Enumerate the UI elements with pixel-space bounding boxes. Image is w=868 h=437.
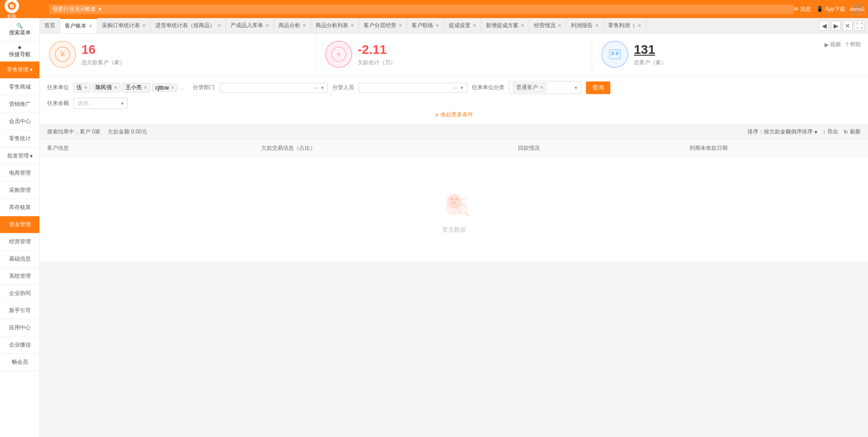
tag-chen-remove[interactable]: ✕ [114,85,117,90]
avatar[interactable]: demo2 [851,3,863,15]
tag-wang-remove[interactable]: ✕ [144,85,147,90]
person-select[interactable]: ··· ▾ [359,83,467,93]
table-header-col4: 到期未收款日期 [690,144,861,152]
tab-fullscreen-btn[interactable]: ⛶ [854,21,864,31]
tab-close-profit-report[interactable]: ✕ [595,23,599,28]
tab-goods-list[interactable]: 商品分析列表 ✕ [311,18,359,33]
tab-product-inbound[interactable]: 产成品入库单 ✕ [226,18,274,33]
sidebar: 🔍 搜索菜单 ★ 快捷导航 零售管理 ▾ 零售商城 营销推广 会员中心 零售统计 [0,18,40,437]
svg-text:✦: ✦ [336,51,341,58]
search-result-text: 搜索结果中，客户 0家 [47,128,101,136]
tab-close-customer-contact[interactable]: ✕ [436,23,439,28]
tab-new-proposal[interactable]: 新增提成方案 ✕ [481,18,529,33]
stat-number-customers: 16 [82,43,125,57]
tag-wu: 伍 ✕ [73,83,91,92]
tab-profit-report[interactable]: 利润报告 ✕ [566,18,604,33]
tag-wu-remove[interactable]: ✕ [84,85,87,90]
sidebar-item-basic-info[interactable]: 基础信息 [0,251,39,268]
svg-point-13 [452,201,456,204]
tab-close-proposal-settings[interactable]: ✕ [473,23,476,28]
tab-close-goods-analysis[interactable]: ✕ [302,23,306,28]
tab-close-purchase-order[interactable]: ✕ [142,23,146,28]
tab-close-retail-profit[interactable]: ✕ [638,23,641,28]
tab-customer-contact[interactable]: 客户联络 ✕ [407,18,444,33]
stat-card-customers: ¥ 16 总欠款客户（家） [40,33,316,75]
category-arrow-icon: ▾ [575,85,577,91]
tag-cjttcw-remove[interactable]: ✕ [171,85,174,90]
empty-text: 暂无数据 [442,226,466,234]
message-icon: ✉ [794,6,798,12]
filter-row-2: 往来余额 选择... ▾ [47,98,861,109]
dept-select[interactable]: ··· ▾ [219,83,328,93]
export-btn[interactable]: ↑ 导出 [823,128,838,136]
tab-proposal-settings[interactable]: 提成设置 ✕ [444,18,481,33]
tab-close-all-btn[interactable]: ✕ [843,21,853,31]
extra-select[interactable]: 选择... ▾ [73,98,128,109]
sidebar-quick-nav[interactable]: ★ 快捷导航 [0,42,39,62]
tab-close-customer-segment[interactable]: ✕ [398,23,402,28]
sidebar-item-system[interactable]: 系统管理 [0,268,39,285]
extra-arrow-icon: ▾ [121,100,124,107]
tab-close-new-proposal[interactable]: ✕ [521,23,524,28]
tab-home[interactable]: 首页 [40,18,60,33]
dept-more-icon[interactable]: ··· [314,85,318,91]
message-btn[interactable]: ✉ 消息 [794,5,811,13]
stat-label-total: 总客户（家） [634,59,667,66]
tab-retail-profit[interactable]: 零售利润（ ✕ [604,18,646,33]
tag-wang: 王小亮 ✕ [122,83,150,92]
sidebar-item-enterprise[interactable]: 企业协同 [0,285,39,302]
tab-close-customer-account[interactable]: ✕ [89,24,92,28]
tab-close-product-inbound[interactable]: ✕ [265,23,269,28]
tab-close-inbound-stats[interactable]: ✕ [217,23,221,28]
sidebar-item-wechat[interactable]: 企业微信 [0,337,39,354]
sidebar-item-retail-mall[interactable]: 零售商城 [0,79,39,96]
tab-close-goods-list[interactable]: ✕ [350,23,354,28]
refresh-btn[interactable]: ↻ 刷新 [844,128,861,136]
sidebar-item-ecommerce[interactable]: 电商管理 [0,165,39,182]
sidebar-item-newbie[interactable]: 新手引导 [0,302,39,319]
sidebar-item-operations[interactable]: 经营管理 [0,233,39,251]
svg-rect-8 [616,52,619,55]
tab-close-operation[interactable]: ✕ [558,23,561,28]
collapse-icon: ∧ [435,112,439,118]
collapse-btn[interactable]: ∧ 收起更多条件 [47,111,861,119]
sidebar-item-inventory[interactable]: 库存核算 [0,199,39,216]
more-tags-btn[interactable]: ... [179,85,184,91]
sort-select[interactable]: 排序：按欠款金额倒序排序 ▾ [748,128,817,136]
tab-customer-account[interactable]: 客户账本 ✕ [60,18,97,33]
help-btn[interactable]: ? 帮助 [845,41,861,48]
top-bar-left: 畅 标版 [5,0,44,19]
tab-inbound-stats[interactable]: 进货单统计表（按商品） ✕ [151,18,226,33]
table-header: 客户信息 欠款交易信息（占比） 回款情况 到期未收款日期 [40,140,868,157]
tab-goods-analysis[interactable]: 商品分析 ✕ [274,18,311,33]
store-selector[interactable]: 母婴行业演示帐套 ▾ [49,5,794,14]
dept-filter-label: 分管部门 [193,84,215,91]
sidebar-item-member[interactable]: 会员中心 [0,113,39,130]
sidebar-item-vip[interactable]: 畅会员 [0,354,39,371]
category-tag-remove[interactable]: ✕ [540,85,543,90]
sidebar-item-finance[interactable]: 资金管理 [0,216,39,233]
tab-purchase-order[interactable]: 采购订单统计表 ✕ [97,18,151,33]
query-btn[interactable]: 查询 [586,81,610,94]
tab-operation[interactable]: 经营情况 ✕ [529,18,566,33]
svg-rect-7 [611,52,614,55]
tab-customer-segment[interactable]: 客户分层经营 ✕ [359,18,407,33]
video-help-btn[interactable]: ▶ 视频 [825,41,841,48]
dept-arrow-icon: ▾ [321,85,324,91]
sidebar-item-purchase[interactable]: 采购管理 [0,182,39,199]
app-download-btn[interactable]: 📱 App下载 [816,5,845,13]
sidebar-search[interactable]: 🔍 搜索菜单 [0,18,39,42]
filter-area: 往来单位 伍 ✕ 陈民强 ✕ 王小亮 [40,76,868,124]
sidebar-item-app-center[interactable]: 应用中心 [0,319,39,337]
category-select[interactable]: 普通客户 ✕ ▾ [509,81,581,94]
sidebar-item-retail[interactable]: 零售管理 ▾ [0,62,39,79]
logo-area[interactable]: 畅 标版 [5,0,19,19]
person-more-icon[interactable]: ··· [453,85,458,91]
sidebar-item-retail-stats[interactable]: 零售统计 [0,130,39,147]
sort-label: 排序：按欠款金额倒序排序 [748,128,813,136]
sidebar-item-wholesale[interactable]: 批发管理▾ [0,147,39,165]
sidebar-item-marketing[interactable]: 营销推广 [0,96,39,113]
export-icon: ↑ [823,129,825,135]
tab-next-btn[interactable]: ▶ [831,21,841,31]
tab-prev-btn[interactable]: ◀ [819,21,829,31]
